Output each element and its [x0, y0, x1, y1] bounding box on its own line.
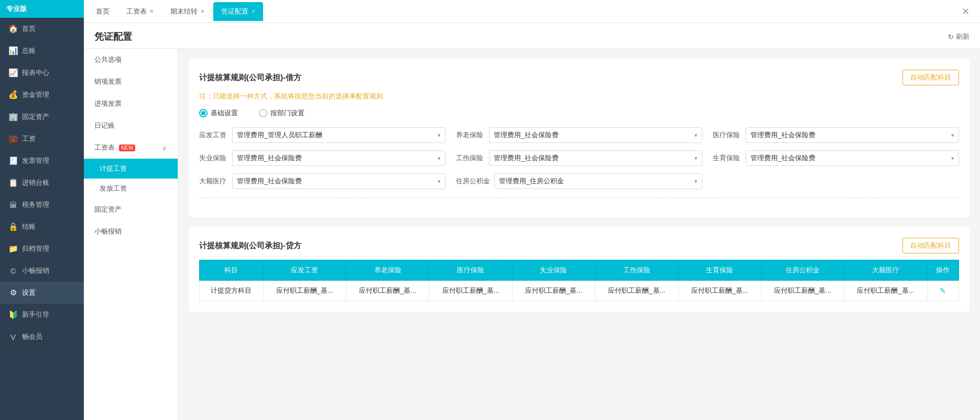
sidebar-item-invoice-mgmt[interactable]: 🧾 发票管理 — [0, 150, 84, 172]
td-maternity-credit: 应付职工薪酬_基... — [678, 281, 761, 301]
sidebar-item-tax-mgmt[interactable]: 🏛 税务管理 — [0, 194, 84, 216]
credit-table: 科目 应发工资 养老保险 医疗保险 失业保险 工伤保险 生育保险 住房公积金 大… — [199, 260, 959, 301]
radio-basic[interactable]: 基础设置 — [199, 108, 238, 118]
debit-divider — [199, 197, 959, 198]
sidebar-item-home[interactable]: 🏠 首页 — [0, 18, 84, 40]
th-maternity: 生育保险 — [678, 260, 761, 281]
left-nav-input-invoice[interactable]: 进项发票 — [84, 93, 178, 115]
radio-dept[interactable]: 按部门设置 — [259, 108, 304, 118]
member-icon: V — [8, 333, 18, 341]
debit-section-header: 计提核算规则(公司承担)-借方 自动匹配科目 — [199, 70, 959, 85]
right-content: 计提核算规则(公司承担)-借方 自动匹配科目 注：只能选择一种方式，系统将按照您… — [178, 49, 980, 420]
td-action[interactable]: ✎ — [927, 281, 959, 301]
archive-icon: 📁 — [8, 244, 18, 253]
left-nav-fixed-assets[interactable]: 固定资产 — [84, 198, 178, 220]
td-injury-credit: 应付职工薪酬_基... — [595, 281, 678, 301]
sidebar-item-fixed-assets[interactable]: 🏢 固定资产 — [0, 106, 84, 128]
field-housing-fund: 住房公积金 管理费用_住房公积金 ▾ — [456, 173, 702, 189]
debit-section-title: 计提核算规则(公司承担)-借方 — [199, 73, 301, 83]
sidebar-item-guide[interactable]: 🔰 新手引导 — [0, 304, 84, 326]
debit-section: 计提核算规则(公司承担)-借方 自动匹配科目 注：只能选择一种方式，系统将按照您… — [189, 59, 970, 217]
chevron-down-icon-4: ▾ — [438, 155, 441, 162]
sidebar-item-closing[interactable]: 🔒 结账 — [0, 216, 84, 238]
table-row: 计提贷方科目 应付职工薪酬_基... 应付职工薪酬_基... 应付职工薪酬_基.… — [200, 281, 959, 301]
td-unemployment-credit: 应付职工薪酬_基... — [512, 281, 595, 301]
left-nav-pay-salary-sub[interactable]: 发放工资 — [84, 179, 178, 198]
refresh-icon: ↻ — [948, 33, 954, 41]
tab-voucher-config-close[interactable]: × — [252, 8, 255, 15]
salary-icon: 💼 — [8, 134, 18, 143]
td-yingfa: 应付职工薪酬_基... — [263, 281, 346, 301]
sidebar-item-xiaochang-report[interactable]: © 小畅报销 — [0, 260, 84, 282]
radio-basic-circle — [199, 109, 208, 117]
field-unemployment: 失业保险 管理费用_社会保险费 ▾ — [199, 150, 445, 166]
chevron-down-icon-6: ▾ — [951, 155, 954, 162]
radio-dept-circle — [259, 109, 267, 117]
field-pension: 养老保险 管理费用_社会保险费 ▾ — [456, 127, 702, 143]
sidebar-item-capital[interactable]: 💰 资金管理 — [0, 84, 84, 106]
select-unemployment[interactable]: 管理费用_社会保险费 ▾ — [232, 150, 445, 166]
guide-icon: 🔰 — [8, 310, 18, 319]
left-nav-salary-table[interactable]: 工资表 NEW ∨ — [84, 137, 178, 159]
sidebar-item-member[interactable]: V 畅会员 — [0, 326, 84, 348]
debit-form-row-3: 大额医疗 管理费用_社会保险费 ▾ 住房公积金 管理费用_住房公积金 ▾ — [199, 173, 959, 189]
select-yingfa-wages[interactable]: 管理费用_管理人员职工薪酬 ▾ — [232, 127, 445, 143]
sidebar-item-sales-ledger[interactable]: 📋 进销台账 — [0, 172, 84, 194]
sidebar-item-settings[interactable]: ⚙ 设置 — [0, 282, 84, 304]
select-pension[interactable]: 管理费用_社会保险费 ▾ — [489, 127, 702, 143]
debit-form-rows: 应发工资 管理费用_管理人员职工薪酬 ▾ 养老保险 管理费用_社会保险费 ▾ — [199, 127, 959, 189]
sidebar-item-salary[interactable]: 💼 工资 — [0, 128, 84, 150]
th-action: 操作 — [927, 260, 959, 281]
left-nav: 公共选项 销项发票 进项发票 日记账 工资表 NEW ∨ 计提工资 — [84, 49, 178, 420]
sidebar: 专业版 🏠 首页 📊 总账 📈 报表中心 💰 资金管理 🏢 固定资产 💼 工资 … — [0, 0, 84, 420]
tab-salary-table[interactable]: 工资表 × — [118, 2, 161, 21]
new-badge: NEW — [119, 145, 135, 151]
left-nav-salary-sub[interactable]: 计提工资 — [84, 159, 178, 179]
field-injury: 工伤保险 管理费用_社会保险费 ▾ — [456, 150, 702, 166]
tab-salary-table-close[interactable]: × — [150, 8, 154, 15]
tab-home[interactable]: 首页 — [88, 2, 117, 21]
tax-mgmt-icon: 🏛 — [8, 201, 18, 209]
credit-auto-match-button[interactable]: 自动匹配科目 — [902, 238, 959, 253]
close-all-btn[interactable]: ✕ — [955, 6, 976, 17]
th-pension: 养老保险 — [346, 260, 429, 281]
left-nav-xiaochang[interactable]: 小畅报销 — [84, 220, 178, 242]
select-injury[interactable]: 管理费用_社会保险费 ▾ — [489, 150, 702, 166]
xiaochang-report-icon: © — [8, 267, 18, 275]
edit-icon[interactable]: ✎ — [940, 286, 946, 295]
sidebar-item-archive[interactable]: 📁 归档管理 — [0, 238, 84, 260]
chevron-down-icon-2: ▾ — [694, 132, 698, 139]
th-medical: 医疗保险 — [429, 260, 512, 281]
select-maternity[interactable]: 管理费用_社会保险费 ▾ — [746, 150, 959, 166]
select-large-medical[interactable]: 管理费用_社会保险费 ▾ — [232, 173, 445, 189]
left-nav-journal[interactable]: 日记账 — [84, 115, 178, 137]
td-medical-credit: 应付职工薪酬_基... — [429, 281, 512, 301]
sales-ledger-icon: 📋 — [8, 178, 18, 187]
debit-notice: 注：只能选择一种方式，系统将按照您当前的选择来配置规则 — [199, 92, 959, 101]
ledger-icon: 📊 — [8, 46, 18, 56]
tab-period-close[interactable]: 期末结转 × — [162, 2, 212, 21]
chevron-down-icon: ▾ — [438, 132, 441, 139]
left-nav-cancel-invoice[interactable]: 销项发票 — [84, 71, 178, 93]
tab-period-close-close[interactable]: × — [201, 8, 204, 15]
left-nav-public[interactable]: 公共选项 — [84, 49, 178, 71]
select-housing-fund[interactable]: 管理费用_住房公积金 ▾ — [494, 173, 702, 189]
expand-icon: ∨ — [162, 144, 167, 152]
debit-auto-match-button[interactable]: 自动匹配科目 — [902, 70, 959, 85]
chevron-down-icon-3: ▾ — [951, 132, 954, 139]
field-medical: 医疗保险 管理费用_社会保险费 ▾ — [713, 127, 959, 143]
td-subject: 计提贷方科目 — [200, 281, 264, 301]
tab-voucher-config[interactable]: 凭证配置 × — [213, 2, 263, 21]
sidebar-item-ledger[interactable]: 📊 总账 — [0, 40, 84, 62]
credit-section-header: 计提核算规则(公司承担)-贷方 自动匹配科目 — [199, 238, 959, 253]
credit-table-header-row: 科目 应发工资 养老保险 医疗保险 失业保险 工伤保险 生育保险 住房公积金 大… — [200, 260, 959, 281]
page-header: 凭证配置 ↻ 刷新 — [84, 23, 980, 49]
main-area: 首页 工资表 × 期末结转 × 凭证配置 × ✕ 凭证配置 ↻ 刷新 公共选项 — [84, 0, 980, 420]
invoice-mgmt-icon: 🧾 — [8, 156, 18, 165]
select-medical[interactable]: 管理费用_社会保险费 ▾ — [746, 127, 959, 143]
th-unemployment: 失业保险 — [512, 260, 595, 281]
refresh-button[interactable]: ↻ 刷新 — [948, 32, 970, 41]
credit-section-title: 计提核算规则(公司承担)-贷方 — [199, 241, 301, 251]
debit-form-row-2: 失业保险 管理费用_社会保险费 ▾ 工伤保险 管理费用_社会保险费 ▾ — [199, 150, 959, 166]
sidebar-item-reports[interactable]: 📈 报表中心 — [0, 62, 84, 84]
